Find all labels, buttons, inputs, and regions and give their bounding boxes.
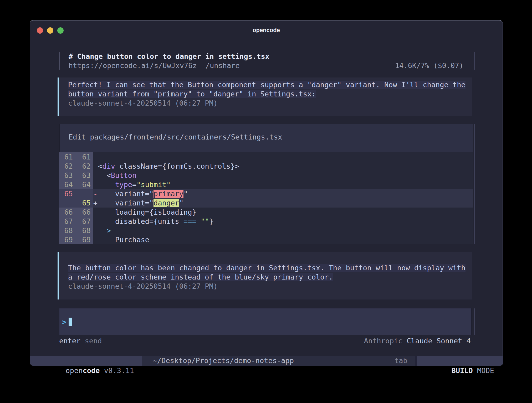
- share-url: https://opencode.ai/s/UwJxv76z: [69, 61, 197, 70]
- diff-marker: [93, 208, 98, 217]
- diff-code-line: [93, 152, 473, 162]
- diff-marker: [93, 180, 98, 189]
- tab-key-hint: tab: [395, 356, 407, 366]
- diff-code-line: >: [93, 226, 473, 235]
- session-title: # Change button color to danger in setti…: [69, 52, 474, 61]
- old-line-number: 68: [59, 226, 76, 235]
- new-line-number: [76, 189, 93, 198]
- hint-row: enter send Anthropic Claude Sonnet 4: [59, 336, 474, 345]
- diff-code-line: + variant="danger": [93, 198, 473, 208]
- diff-code-line: - variant="primary": [93, 189, 473, 198]
- window-titlebar: opencode: [30, 20, 503, 39]
- diff-marker: [93, 217, 98, 226]
- assistant-message: Perfect! I can see that the Button compo…: [58, 78, 472, 116]
- old-line-number: 69: [59, 235, 76, 244]
- old-line-number: 61: [59, 152, 76, 162]
- old-line-number: 65: [59, 189, 76, 198]
- diff-row: 6868 >: [59, 226, 473, 235]
- context-usage: 14.6K/7% ($0.07): [395, 61, 463, 70]
- new-line-number: 65: [76, 198, 93, 208]
- message-line: button variant from "primary" to "danger…: [68, 89, 472, 99]
- edit-file-path: packages/frontend/src/containers/Setting…: [90, 133, 282, 141]
- diff-row: 6464 type="submit": [59, 180, 473, 189]
- new-line-number: 67: [76, 217, 93, 226]
- diff-marker: [93, 171, 98, 180]
- diff-code-line: <div className={formCs.controls}>: [93, 162, 473, 171]
- old-line-number: 62: [59, 162, 76, 171]
- new-line-number: 68: [76, 226, 93, 235]
- diff-code-line: Purchase: [93, 235, 473, 244]
- diff-code-line: disabled={units === ""}: [93, 217, 473, 226]
- diff-code-line: loading={isLoading}: [93, 208, 473, 217]
- new-line-number: 66: [76, 208, 93, 217]
- text-cursor: [69, 318, 72, 326]
- diff-marker: -: [93, 189, 98, 198]
- message-meta: claude-sonnet-4-20250514 (06:27 PM): [68, 282, 472, 291]
- old-line-number: [59, 198, 76, 208]
- new-line-number: 63: [76, 171, 93, 180]
- old-line-number: 66: [59, 208, 76, 217]
- session-header: # Change button color to danger in setti…: [59, 52, 474, 70]
- diff-marker: [93, 235, 98, 244]
- new-line-number: 64: [76, 180, 93, 189]
- prompt-input[interactable]: >: [59, 308, 472, 335]
- diff-marker: [93, 226, 98, 235]
- old-line-number: 67: [59, 217, 76, 226]
- diff-row: 6161: [59, 152, 473, 162]
- diff-code-line: <Button: [93, 171, 473, 180]
- assistant-message: The button color has been changed to dan…: [58, 252, 472, 299]
- diff-code-line: type="submit": [93, 180, 473, 189]
- status-divider: [415, 356, 417, 366]
- diff-row: 65- variant="primary": [59, 189, 473, 198]
- edit-tool-block: Edit packages/frontend/src/containers/Se…: [59, 124, 473, 244]
- message-line: a red/rose color scheme instead of the b…: [68, 272, 472, 282]
- message-meta: claude-sonnet-4-20250514 (06:27 PM): [68, 99, 472, 108]
- working-directory: ~/Desktop/Projects/demo-notes-app: [153, 356, 294, 366]
- diff-marker: [93, 162, 98, 171]
- diff-table: 6161 6262 <div className={formCs.control…: [59, 152, 473, 244]
- new-line-number: 62: [76, 162, 93, 171]
- mode-segment[interactable]: BUILD MODE: [417, 356, 503, 366]
- old-line-number: 63: [59, 171, 76, 180]
- edit-block-right-rule: [474, 124, 475, 244]
- window-title: opencode: [30, 25, 503, 35]
- diff-row: 6262 <div className={formCs.controls}>: [59, 162, 473, 171]
- diff-row: 6666 loading={isLoading}: [59, 208, 473, 217]
- diff-marker: [93, 152, 98, 162]
- diff-row: 65+ variant="danger": [59, 198, 473, 208]
- opencode-window: opencode # Change button color to danger…: [30, 20, 503, 365]
- diff-row: 6969 Purchase: [59, 235, 473, 244]
- new-line-number: 69: [76, 235, 93, 244]
- model-indicator: Anthropic Claude Sonnet 4: [364, 336, 471, 345]
- diff-marker: +: [93, 198, 98, 208]
- input-right-rule: [474, 308, 475, 335]
- unshare-command: /unshare: [206, 61, 240, 70]
- diff-row: 6363 <Button: [59, 171, 473, 180]
- send-hint: enter send: [59, 336, 102, 345]
- message-line: The button color has been changed to dan…: [68, 263, 472, 272]
- status-bar: opencode v0.3.11 ~/Desktop/Projects/demo…: [30, 356, 503, 366]
- app-version-segment: opencode v0.3.11: [30, 356, 142, 366]
- diff-row: 6767 disabled={units === ""}: [59, 217, 473, 226]
- message-line: Perfect! I can see that the Button compo…: [68, 80, 472, 89]
- edit-action: Edit: [69, 133, 90, 141]
- prompt-symbol: >: [62, 317, 66, 327]
- new-line-number: 61: [76, 152, 93, 162]
- header-right-rule: [474, 52, 475, 70]
- old-line-number: 64: [59, 180, 76, 189]
- edit-tool-header: Edit packages/frontend/src/containers/Se…: [60, 124, 473, 151]
